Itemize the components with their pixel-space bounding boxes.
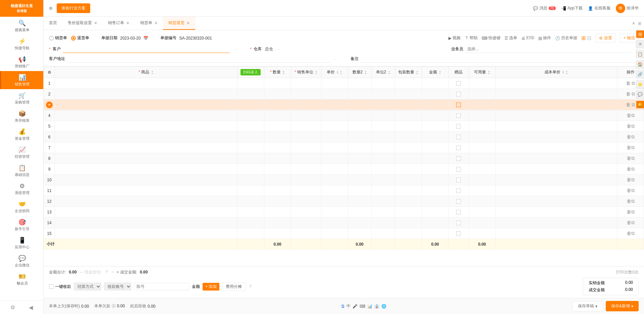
- gift-checkbox[interactable]: [456, 156, 461, 161]
- copy-row-btn[interactable]: ⧉: [631, 198, 635, 204]
- tab-close-icon[interactable]: ✕: [126, 21, 129, 25]
- gift-checkbox[interactable]: [456, 199, 461, 204]
- add-row-btn[interactable]: +: [46, 102, 53, 108]
- right-tool-5[interactable]: ⭐: [636, 80, 644, 88]
- calendar-icon[interactable]: 📅: [143, 36, 148, 41]
- right-tool-6[interactable]: 💬: [636, 90, 644, 99]
- fee-split-btn[interactable]: 费用分摊: [222, 282, 246, 291]
- gift-cell[interactable]: [448, 78, 469, 89]
- delete-row-btn[interactable]: 🗑: [626, 102, 631, 107]
- customer-input[interactable]: [63, 45, 230, 53]
- right-tool-4[interactable]: 🔗: [636, 70, 644, 78]
- qty2-cell[interactable]: [348, 78, 371, 89]
- sort-amount-icon[interactable]: ▲▼: [439, 70, 441, 75]
- add-payment-btn[interactable]: + 添加: [203, 283, 219, 291]
- delete-row-btn[interactable]: 🗑: [627, 188, 631, 193]
- tab-close-icon[interactable]: ✕: [94, 21, 97, 25]
- tab-sales-return[interactable]: 销货退货 ✕: [163, 17, 195, 30]
- available-cell[interactable]: [469, 78, 495, 89]
- remarks-input[interactable]: [361, 55, 639, 63]
- copy-row-btn[interactable]: ⧉: [631, 166, 635, 172]
- copy-row-btn[interactable]: ⧉: [631, 113, 635, 118]
- gift-checkbox[interactable]: [456, 124, 461, 129]
- customer-more-icon[interactable]: ···: [233, 47, 236, 52]
- copy-row-btn[interactable]: ⧉: [632, 102, 635, 108]
- radio-sale-order[interactable]: 销货单: [49, 35, 67, 41]
- sort-unit2-icon[interactable]: ▲▼: [388, 70, 390, 75]
- cost-unit-price-cell[interactable]: [495, 78, 617, 89]
- sort-goods-icon[interactable]: ▲▼: [151, 70, 154, 75]
- warehouse-more-icon[interactable]: ···: [276, 47, 280, 52]
- settings-bottom-icon[interactable]: ⚙: [10, 304, 15, 311]
- copy-row-btn[interactable]: ⧉: [631, 134, 635, 140]
- online-service-btn[interactable]: 👤 在线客服: [588, 5, 610, 11]
- app-download-btn[interactable]: 📲 App下载: [561, 5, 583, 11]
- delete-row-btn[interactable]: 🗑: [627, 198, 631, 204]
- goods-cell-input[interactable]: [55, 100, 237, 110]
- sort-cost-price-icon[interactable]: ▲▼: [566, 70, 568, 75]
- gift-checkbox[interactable]: [456, 103, 461, 107]
- save-new-btn[interactable]: 保存&新增 ▾: [606, 301, 639, 311]
- fee-split-info-icon[interactable]: ？: [248, 284, 253, 290]
- scan-button[interactable]: 扫码录入: [240, 69, 261, 75]
- cost-unit-price-cell[interactable]: [495, 89, 617, 100]
- delete-row-btn[interactable]: 🗑: [627, 113, 631, 118]
- amount-cell[interactable]: [422, 100, 448, 110]
- right-tool-orange[interactable]: 🔔: [636, 101, 644, 109]
- unit2-cell[interactable]: [371, 100, 395, 110]
- delete-row-btn[interactable]: 🗑: [627, 145, 631, 150]
- sidebar-item-marketing[interactable]: 📢 营销推广: [0, 53, 43, 71]
- gift-checkbox[interactable]: [456, 145, 461, 150]
- delete-row-btn[interactable]: 🗑: [627, 209, 631, 214]
- sale-unit-cell[interactable]: [291, 89, 321, 100]
- print-btn[interactable]: 🖨 打印: [521, 35, 534, 41]
- col-scan[interactable]: 扫码录入: [237, 67, 264, 78]
- gift-checkbox[interactable]: [456, 178, 461, 182]
- experience-btn[interactable]: 体验行业方案: [57, 3, 90, 13]
- unit-price-cell[interactable]: [321, 78, 348, 89]
- qty2-cell[interactable]: [348, 100, 371, 110]
- copy-row-btn[interactable]: ⧉: [632, 91, 635, 97]
- right-tool-1[interactable]: 👁: [636, 40, 644, 48]
- message-btn[interactable]: 💬 消息 70: [533, 5, 556, 11]
- unit-price-info-icon[interactable]: ℹ: [337, 70, 338, 74]
- pack-qty-cell[interactable]: [395, 89, 422, 100]
- sale-unit-cell[interactable]: [291, 78, 321, 89]
- delete-row-btn[interactable]: 🗑: [627, 155, 631, 161]
- radio-return[interactable]: 退货单: [71, 35, 89, 41]
- gift-checkbox[interactable]: [456, 81, 461, 86]
- available-cell[interactable]: [469, 100, 495, 110]
- sidebar-item-search-menu[interactable]: 🔍 搜索菜单: [0, 17, 43, 35]
- copy-row-btn[interactable]: ⧉: [631, 209, 635, 215]
- sort-qty-icon[interactable]: ▲▼: [282, 70, 285, 75]
- history-btn[interactable]: 🕐 历史单据: [555, 35, 577, 41]
- select-btn[interactable]: ☰ 选单: [504, 35, 517, 41]
- gift-checkbox[interactable]: [456, 188, 461, 193]
- save-draft-btn[interactable]: 保存草稿 ▾: [572, 301, 603, 311]
- account-select[interactable]: 收款账号: [104, 282, 131, 291]
- delete-row-btn[interactable]: 🗑: [627, 166, 631, 172]
- right-tool-active[interactable]: ⊞: [636, 30, 644, 38]
- collapse-icon[interactable]: ◀: [29, 304, 33, 311]
- customer-address-input[interactable]: [67, 55, 330, 63]
- address-more-icon[interactable]: ···: [334, 57, 337, 61]
- sidebar-item-ops[interactable]: 📈 经营管理: [0, 143, 43, 162]
- gift-cell[interactable]: [448, 89, 469, 100]
- operate-btn[interactable]: ▤ 操作: [538, 35, 551, 41]
- sort-pack-qty-icon[interactable]: ▲▼: [416, 70, 418, 75]
- pack-qty-cell[interactable]: [395, 78, 422, 89]
- sidebar-item-enterprise-wechat[interactable]: 💬 企业微信: [0, 252, 43, 270]
- sidebar-item-newbie[interactable]: 🎯 新手引导: [0, 216, 43, 234]
- delete-row-btn[interactable]: 🗑: [627, 231, 631, 236]
- settlement-select[interactable]: 结算方式: [74, 282, 101, 291]
- tab-close-all-icon[interactable]: ✕: [632, 21, 635, 26]
- sidebar-item-enterprise[interactable]: 🤝 企业协同: [0, 198, 43, 216]
- qty-cell[interactable]: [264, 100, 291, 110]
- gift-checkbox[interactable]: [456, 210, 461, 214]
- goods-cell[interactable]: [55, 89, 237, 100]
- tab-sale-price-settings[interactable]: 售价提取设置 ✕: [62, 17, 103, 30]
- unit2-cell[interactable]: [371, 89, 395, 100]
- tab-home[interactable]: 首页: [44, 17, 62, 30]
- delete-row-btn[interactable]: 🗑: [627, 220, 631, 225]
- copy-row-btn[interactable]: ⧉: [631, 231, 635, 236]
